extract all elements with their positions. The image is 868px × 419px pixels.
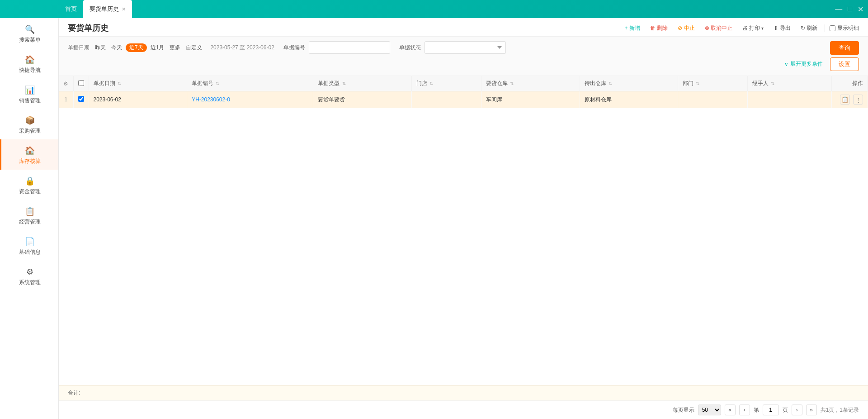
sort-bill-no-icon[interactable]: ⇅ (216, 81, 219, 86)
status-field: 单据状态 (399, 41, 506, 54)
sidebar-item-label: 快捷导航 (19, 67, 41, 74)
th-dept-label: 部门 (683, 80, 693, 86)
row-out-warehouse: 原材料仓库 (580, 91, 678, 108)
th-store-label: 门店 (416, 80, 427, 86)
sidebar-item-sales[interactable]: 📊 销售管理 (0, 79, 58, 109)
sort-bill-date-icon[interactable]: ⇅ (118, 81, 121, 86)
search-main: 单据日期 昨天 今天 近7天 近1月 更多 自定义 2023-05-27 至 2… (68, 41, 859, 71)
column-settings-icon[interactable]: ⚙ (63, 81, 68, 87)
bill-no-input[interactable] (309, 41, 390, 54)
sort-handler-icon[interactable]: ⇅ (771, 81, 774, 86)
date-btn-1month[interactable]: 近1月 (149, 43, 166, 52)
sidebar-item-nav[interactable]: 🏠 快捷导航 (0, 48, 58, 79)
sort-bill-type-icon[interactable]: ⇅ (342, 81, 346, 86)
sidebar-item-finance[interactable]: 🔒 资金管理 (0, 170, 58, 200)
row-more-btn[interactable]: ⋮ (853, 95, 863, 105)
sidebar-item-basic[interactable]: 📄 基础信息 (0, 230, 58, 261)
date-range-display: 2023-05-27 至 2023-06-02 (210, 44, 274, 52)
th-bill-type: 单据类型 ⇅ (313, 76, 412, 91)
row-edit-btn[interactable]: 📋 (840, 95, 850, 105)
row-bill-date: 2023-06-02 (89, 91, 187, 108)
per-page-select[interactable]: 50 10 20 100 (698, 405, 721, 415)
date-btn-7days[interactable]: 近7天 (126, 43, 147, 52)
th-action-label: 操作 (852, 80, 863, 86)
th-bill-date-label: 单据日期 (94, 80, 115, 86)
show-detail-checkbox-wrapper[interactable]: 显示明细 (830, 24, 859, 32)
system-icon: ⚙ (26, 267, 33, 277)
sidebar-item-search[interactable]: 🔍 搜索菜单 (0, 18, 58, 48)
close-icon[interactable]: ✕ (858, 5, 863, 14)
date-btn-more[interactable]: 更多 (168, 43, 182, 52)
search-fields-row-1: 单据日期 昨天 今天 近7天 近1月 更多 自定义 2023-05-27 至 2… (68, 41, 823, 54)
content-area: 要货单历史 + 新增 🗑 删除 ⊘ 中止 ⊗ 取消中止 🖨 打印 ▾ (59, 18, 868, 419)
table-wrap: ⚙ 单据日期 ⇅ 单据编号 ⇅ (59, 76, 868, 385)
new-button[interactable]: + 新增 (622, 23, 643, 33)
th-bill-no-label: 单据编号 (192, 80, 213, 86)
query-button[interactable]: 查询 (830, 41, 859, 55)
bill-no-field: 单据编号 (283, 41, 390, 54)
status-select[interactable] (425, 41, 506, 54)
sidebar-item-system[interactable]: ⚙ 系统管理 (0, 261, 58, 291)
date-btn-today[interactable]: 今天 (109, 43, 124, 52)
inventory-icon: 🏠 (25, 146, 35, 156)
stop-button[interactable]: ⊘ 中止 (675, 23, 697, 33)
refresh-button[interactable]: ↻ 刷新 (798, 23, 820, 33)
select-all-checkbox[interactable] (78, 80, 84, 86)
toolbar: + 新增 🗑 删除 ⊘ 中止 ⊗ 取消中止 🖨 打印 ▾ ⬆ 导出 (622, 23, 859, 33)
sort-store-icon[interactable]: ⇅ (429, 81, 433, 86)
tab-home[interactable]: 首页 (59, 0, 83, 18)
close-tab-icon[interactable]: ✕ (122, 6, 126, 12)
sort-req-warehouse-icon[interactable]: ⇅ (510, 81, 514, 86)
first-page-btn[interactable]: « (725, 405, 736, 415)
sidebar-item-label: 采购管理 (19, 127, 41, 135)
delete-label: 🗑 删除 (650, 24, 668, 32)
table-footer: 合计: (59, 385, 868, 400)
page-input[interactable] (763, 405, 779, 415)
sidebar-item-label: 经营管理 (19, 218, 41, 226)
th-store: 门店 ⇅ (411, 76, 481, 91)
row-bill-type: 要货单要货 (313, 91, 412, 108)
date-btn-custom[interactable]: 自定义 (184, 43, 204, 52)
export-button[interactable]: ⬆ 导出 (771, 23, 793, 33)
date-label: 单据日期 (68, 44, 90, 52)
settings-button[interactable]: 设置 (830, 57, 859, 71)
sidebar-item-purchase[interactable]: 📦 采购管理 (0, 109, 58, 139)
print-dropdown-icon[interactable]: ▾ (761, 26, 764, 31)
show-detail-checkbox[interactable] (830, 25, 835, 31)
search-area: 单据日期 昨天 今天 近7天 近1月 更多 自定义 2023-05-27 至 2… (59, 37, 868, 76)
th-bill-no: 单据编号 ⇅ (187, 76, 313, 91)
th-action: 操作 (832, 76, 868, 91)
row-bill-no: YH-20230602-0 (187, 91, 313, 108)
prev-page-btn[interactable]: ‹ (739, 405, 750, 415)
print-button[interactable]: 🖨 打印 ▾ (740, 23, 766, 33)
show-detail-label: 显示明细 (837, 24, 859, 32)
bill-no-link[interactable]: YH-20230602-0 (192, 96, 230, 103)
row-checkbox[interactable] (78, 96, 84, 102)
expand-more-btn[interactable]: ∨ 展开更多条件 (784, 60, 823, 68)
date-range-btns: 昨天 今天 近7天 近1月 更多 自定义 (93, 43, 204, 52)
finance-icon: 🔒 (25, 176, 35, 186)
page-label: 第 (754, 406, 759, 414)
last-page-btn[interactable]: » (806, 405, 817, 415)
th-dept: 部门 ⇅ (678, 76, 748, 91)
th-out-warehouse: 待出仓库 ⇅ (580, 76, 678, 91)
page-title: 要货单历史 (68, 23, 108, 33)
sort-out-warehouse-icon[interactable]: ⇅ (609, 81, 612, 86)
sort-dept-icon[interactable]: ⇅ (696, 81, 699, 86)
row-req-warehouse: 车间库 (481, 91, 580, 108)
purchase-icon: 📦 (25, 115, 35, 125)
maximize-icon[interactable]: □ (848, 5, 852, 13)
next-page-btn[interactable]: › (792, 405, 802, 415)
date-btn-yesterday[interactable]: 昨天 (93, 43, 108, 52)
export-label: ⬆ 导出 (774, 24, 790, 32)
row-checkbox-cell (73, 91, 89, 108)
tab-bill-history[interactable]: 要货单历史 ✕ (83, 0, 132, 18)
sidebar-item-inventory[interactable]: 🏠 库存核算 (0, 139, 58, 170)
minimize-icon[interactable]: — (835, 5, 842, 13)
cancel-stop-button[interactable]: ⊗ 取消中止 (702, 23, 735, 33)
th-handler: 经手人 ⇅ (748, 76, 832, 91)
sidebar-item-operation[interactable]: 📋 经营管理 (0, 200, 58, 230)
row-handler (748, 91, 832, 108)
delete-button[interactable]: 🗑 删除 (647, 23, 670, 33)
toolbar-divider (825, 24, 825, 32)
